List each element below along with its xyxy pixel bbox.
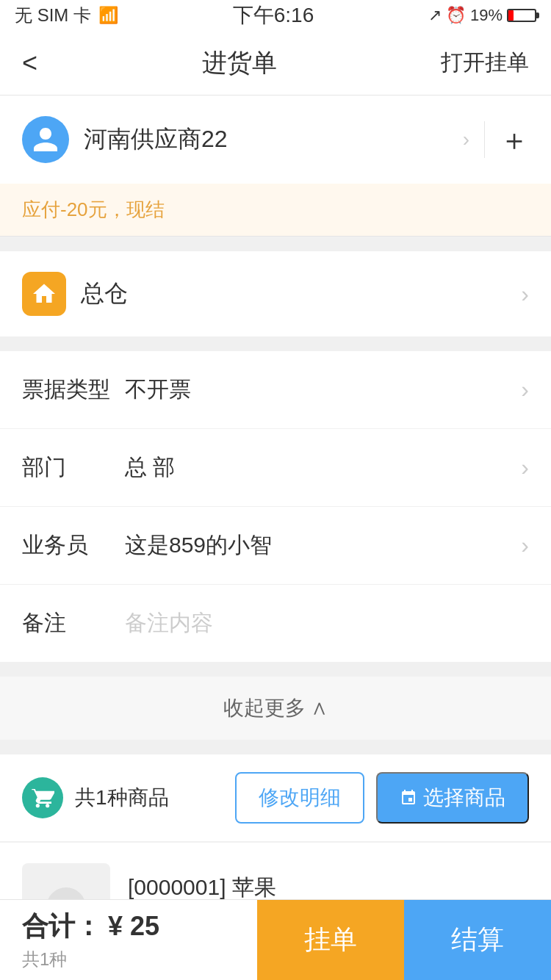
add-supplier-button[interactable]: ＋ [500,120,529,160]
salesman-row[interactable]: 业务员 这是859的小智 › [0,507,551,585]
department-chevron-icon: › [521,454,529,481]
user-icon [31,125,60,154]
form-section: 票据类型 不开票 › 部门 总 部 › 业务员 这是859的小智 › 备注 备注… [0,351,551,662]
total-count: 共1种 [22,948,235,971]
ticket-type-chevron-icon: › [521,376,529,403]
edit-detail-button[interactable]: 修改明细 [235,772,364,824]
ticket-type-label: 票据类型 [22,375,125,405]
warehouse-row[interactable]: 总仓 › [0,251,551,336]
select-cart-icon [400,789,417,807]
status-left: 无 SIM 卡 📶 [15,4,118,27]
notice-bar: 应付-20元，现结 [0,184,551,236]
cart-icon [31,786,54,810]
collapse-bar[interactable]: 收起更多 ∧ [0,677,551,740]
remark-label: 备注 [22,608,125,638]
remark-input[interactable]: 备注内容 [125,608,529,638]
page-title: 进货单 [202,46,277,80]
total-section: 合计： ¥ 25 共1种 [0,900,257,980]
back-button[interactable]: < [22,48,37,79]
total-amount: ¥ 25 [108,911,159,941]
total-main: 合计： ¥ 25 [22,909,235,945]
carrier-label: 无 SIM 卡 [15,4,91,27]
checkout-button[interactable]: 结算 [404,900,551,980]
battery-icon [507,9,536,22]
warehouse-chevron-icon: › [521,281,529,308]
remark-row[interactable]: 备注 备注内容 [0,585,551,662]
supplier-section: 河南供应商22 › ＋ 应付-20元，现结 [0,96,551,237]
supplier-row[interactable]: 河南供应商22 › ＋ [0,96,551,184]
warehouse-name: 总仓 [81,278,521,310]
product-header: 共1种商品 修改明细 选择商品 [0,754,551,841]
divider [484,121,485,158]
open-hang-button[interactable]: 打开挂单 [441,48,529,78]
nav-bar: < 进货单 打开挂单 [0,31,551,96]
total-label: 合计： [22,911,101,941]
salesman-value: 这是859的小智 [125,530,521,561]
status-right: ↗ ⏰ 19% [428,6,536,25]
wifi-icon: 📶 [98,6,118,25]
department-label: 部门 [22,453,125,483]
alarm-icon: ⏰ [446,6,466,25]
select-product-label: 选择商品 [423,784,505,812]
department-row[interactable]: 部门 总 部 › [0,429,551,507]
location-icon: ↗ [428,6,442,25]
supplier-chevron-icon: › [463,128,469,151]
product-count: 共1种商品 [75,784,235,812]
supplier-name: 河南供应商22 [84,123,463,156]
product-icon [22,777,63,818]
supplier-avatar [22,116,69,163]
product-name: [0000001] 苹果 [128,873,485,903]
collapse-label: 收起更多 ∧ [223,694,328,722]
select-product-button[interactable]: 选择商品 [376,772,529,824]
hang-button[interactable]: 挂单 [257,900,404,980]
battery-percent: 19% [470,6,503,25]
ticket-type-row[interactable]: 票据类型 不开票 › [0,351,551,429]
department-value: 总 部 [125,453,521,483]
bottom-bar: 合计： ¥ 25 共1种 挂单 结算 [0,899,551,980]
time-label: 下午6:16 [233,1,314,29]
notice-text: 应付-20元，现结 [22,198,165,220]
warehouse-section: 总仓 › [0,251,551,336]
status-bar: 无 SIM 卡 📶 下午6:16 ↗ ⏰ 19% [0,0,551,31]
ticket-type-value: 不开票 [125,375,521,405]
warehouse-icon [22,272,66,316]
salesman-chevron-icon: › [521,532,529,559]
salesman-label: 业务员 [22,530,125,561]
home-icon [31,281,57,307]
